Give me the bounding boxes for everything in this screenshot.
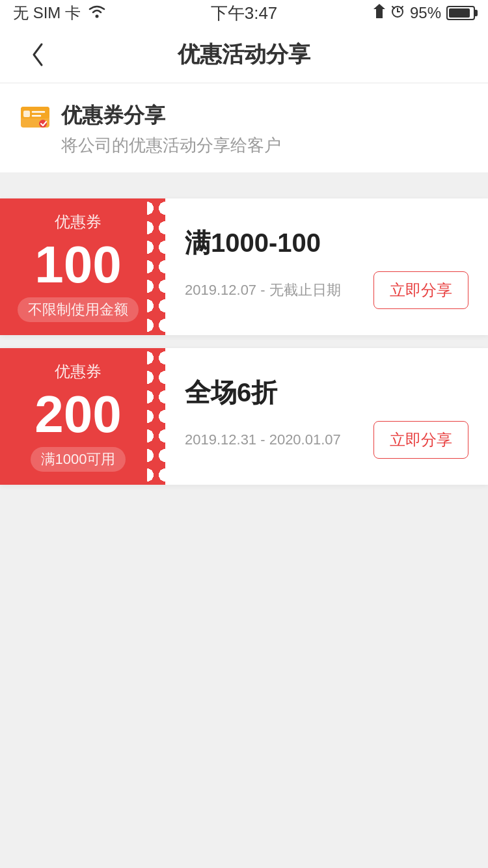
location-icon <box>373 4 385 22</box>
share-button-2[interactable]: 立即分享 <box>373 421 468 459</box>
coupon-card-1: 优惠券 100 不限制使用金额 满1000-100 2019.12.07 - 无… <box>0 198 488 335</box>
section-title: 优惠券分享 <box>61 102 281 130</box>
section-subtitle: 将公司的优惠活动分享给客户 <box>61 134 281 157</box>
nav-bar: 优惠活动分享 <box>0 26 488 83</box>
page-title: 优惠活动分享 <box>178 40 310 70</box>
coupon-name-2: 全场6折 <box>185 375 468 411</box>
coupon-meta-1: 2019.12.07 - 无截止日期 立即分享 <box>185 271 468 309</box>
coupon-name-1: 满1000-100 <box>185 225 468 261</box>
main-content: 优惠券 100 不限制使用金额 满1000-100 2019.12.07 - 无… <box>0 185 488 576</box>
section-header: 优惠券分享 将公司的优惠活动分享给客户 <box>0 83 488 172</box>
status-right: 95% <box>373 4 475 22</box>
share-button-1[interactable]: 立即分享 <box>373 271 468 309</box>
coupon-date-2: 2019.12.31 - 2020.01.07 <box>185 431 367 448</box>
coupon-card-2: 优惠券 200 满1000可用 全场6折 2019.12.31 - 2020.0… <box>0 348 488 485</box>
coupon-condition-2: 满1000可用 <box>31 447 126 472</box>
svg-point-0 <box>96 15 99 18</box>
svg-line-5 <box>401 7 403 8</box>
coupon-share-icon <box>20 102 51 133</box>
status-time: 下午3:47 <box>211 2 278 25</box>
coupon-right-2: 全场6折 2019.12.31 - 2020.01.07 立即分享 <box>156 348 488 485</box>
coupon-left-1: 优惠券 100 不限制使用金额 <box>0 198 156 335</box>
divider-1 <box>0 172 488 185</box>
coupon-condition-1: 不限制使用金额 <box>18 297 139 322</box>
coupon-amount-2: 200 <box>34 388 121 441</box>
coupon-label-2: 优惠券 <box>55 361 102 382</box>
coupon-left-2: 优惠券 200 满1000可用 <box>0 348 156 485</box>
coupon-label-1: 优惠券 <box>55 211 102 232</box>
coupon-amount-1: 100 <box>34 239 121 291</box>
status-left: 无 SIM 卡 <box>13 3 107 23</box>
wifi-icon <box>87 4 107 22</box>
coupon-date-1: 2019.12.07 - 无截止日期 <box>185 280 367 300</box>
svg-point-9 <box>39 120 47 128</box>
status-bar: 无 SIM 卡 下午3:47 95% <box>0 0 488 26</box>
back-button[interactable] <box>18 35 57 74</box>
alarm-icon <box>390 4 405 22</box>
coupon-meta-2: 2019.12.31 - 2020.01.07 立即分享 <box>185 421 468 459</box>
section-text: 优惠券分享 将公司的优惠活动分享给客户 <box>61 102 281 157</box>
battery-icon <box>446 6 475 20</box>
battery-percent: 95% <box>410 4 441 22</box>
coupon-list: 优惠券 100 不限制使用金额 满1000-100 2019.12.07 - 无… <box>0 185 488 511</box>
svg-rect-8 <box>23 111 30 117</box>
coupon-right-1: 满1000-100 2019.12.07 - 无截止日期 立即分享 <box>156 198 488 335</box>
carrier-label: 无 SIM 卡 <box>13 3 81 23</box>
svg-line-4 <box>392 7 394 8</box>
